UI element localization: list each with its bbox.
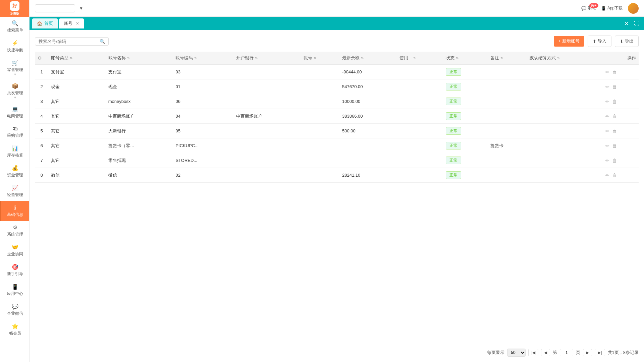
edit-icon[interactable]: ✏	[605, 143, 609, 148]
sidebar-item-label: 零售管理	[7, 67, 23, 73]
tab-accounts[interactable]: 账号 ✕	[59, 18, 84, 28]
tab-close-window-icon[interactable]: ✕	[622, 20, 631, 27]
page-next-button[interactable]: ▶	[583, 349, 592, 356]
add-account-button[interactable]: + 新增账号	[554, 36, 584, 47]
row-usage	[397, 94, 443, 109]
row-code: 01	[173, 79, 233, 94]
col-bank: 开户银行⇅	[233, 52, 301, 65]
search-icon[interactable]: 🔍	[100, 39, 105, 44]
sidebar-item-retail-mgmt[interactable]: 🛒 零售管理 ▼	[0, 56, 29, 79]
edit-icon[interactable]: ✏	[605, 99, 609, 104]
delete-icon[interactable]: 🗑	[612, 114, 617, 119]
topbar-right: 💬 消息 99+ 📱 App下载	[581, 3, 639, 14]
delete-icon[interactable]: 🗑	[612, 143, 617, 148]
row-num: 8	[35, 168, 48, 183]
delete-icon[interactable]: 🗑	[612, 99, 617, 104]
column-settings-icon[interactable]: ⚙	[38, 55, 42, 61]
page-input[interactable]	[560, 349, 573, 356]
delete-icon[interactable]: 🗑	[612, 173, 617, 178]
edit-icon[interactable]: ✏	[605, 114, 609, 119]
sidebar-item-vip-member[interactable]: ⭐ 畅会员	[0, 320, 29, 340]
sidebar-item-wholesale-mgmt[interactable]: 📦 批发管理 ▼	[0, 79, 29, 103]
row-action: ✏ 🗑	[603, 79, 639, 94]
sort-icon[interactable]: ⇅	[413, 56, 416, 60]
row-status: 正常	[443, 109, 487, 124]
sort-icon[interactable]: ⇅	[500, 56, 503, 60]
toolbar-buttons: + 新增账号 ⬆ 导入 ⬇ 导出	[554, 36, 639, 47]
table-row: 3 其它 moneybosx 06 10000.00 正常 ✏ 🗑	[35, 94, 639, 109]
search-input[interactable]	[39, 39, 98, 44]
export-button[interactable]: ⬇ 导出	[615, 36, 639, 47]
status-badge: 正常	[446, 142, 461, 149]
sidebar-item-ecommerce-mgmt[interactable]: 💻 电商管理	[0, 103, 29, 122]
user-avatar[interactable]	[628, 3, 639, 14]
edit-icon[interactable]: ✏	[605, 173, 609, 178]
sidebar-item-search-menu[interactable]: 🔍 搜索菜单	[0, 17, 29, 37]
sidebar-item-app-center[interactable]: 📱 应用中心	[0, 280, 29, 300]
message-button[interactable]: 💬 消息 99+	[581, 5, 596, 11]
page-first-button[interactable]: |◀	[528, 349, 538, 356]
sidebar-item-system-mgmt[interactable]: ⚙ 系统管理	[0, 221, 29, 241]
sidebar-item-new-guide[interactable]: 🎯 新手引导	[0, 260, 29, 280]
row-num: 2	[35, 79, 48, 94]
page-prev-button[interactable]: ◀	[541, 349, 550, 356]
row-action: ✏ 🗑	[603, 65, 639, 79]
sidebar-item-enterprise-agreement[interactable]: 🤝 企业协同	[0, 241, 29, 260]
row-account	[301, 153, 339, 168]
sort-icon[interactable]: ⇅	[557, 56, 560, 60]
tab-maximize-icon[interactable]: ⛶	[632, 20, 641, 27]
sidebar-item-purchase-mgmt[interactable]: 🛍 采购管理	[0, 122, 29, 142]
status-badge: 正常	[446, 83, 461, 90]
row-remark	[488, 153, 527, 168]
row-default-settle	[527, 138, 603, 153]
row-name: 支付宝	[106, 65, 173, 79]
edit-icon[interactable]: ✏	[605, 158, 609, 163]
app-logo-text: 乐惠版	[10, 11, 19, 16]
row-balance: 547670.00	[339, 79, 397, 94]
page-size-select[interactable]: 50 20 100	[507, 349, 526, 357]
row-name: 提货卡（零…	[106, 138, 173, 153]
import-button[interactable]: ⬆ 导入	[588, 36, 611, 47]
sort-icon[interactable]: ⇅	[127, 56, 130, 60]
sort-icon[interactable]: ⇅	[255, 56, 258, 60]
sidebar-item-label: 基础信息	[7, 212, 23, 218]
sort-icon[interactable]: ⇅	[194, 56, 197, 60]
pagination: 每页显示 50 20 100 |◀ ◀ 第 页 ▶ ▶| 共1页，8条记录	[35, 344, 639, 357]
delete-icon[interactable]: 🗑	[612, 128, 617, 134]
tab-close-icon[interactable]: ✕	[76, 21, 79, 26]
tab-home-label: 首页	[44, 20, 53, 26]
delete-icon[interactable]: 🗑	[612, 84, 617, 89]
sidebar-item-finance-mgmt[interactable]: 💰 资金管理	[0, 162, 29, 181]
row-status: 正常	[443, 168, 487, 183]
sidebar-item-quick-nav[interactable]: ⚡ 快捷导航	[0, 37, 29, 56]
delete-icon[interactable]: 🗑	[612, 158, 617, 163]
row-bank: 中百商场账户	[233, 109, 301, 124]
edit-icon[interactable]: ✏	[605, 69, 609, 75]
sidebar-item-business-mgmt[interactable]: 📈 经营管理	[0, 181, 29, 201]
app-download-button[interactable]: 📱 App下载	[601, 5, 623, 11]
row-status: 正常	[443, 94, 487, 109]
table-row: 7 其它 零售抵现 STORED... 正常 ✏ 🗑	[35, 153, 639, 168]
sidebar-item-enterprise-wechat[interactable]: 💬 企业微信	[0, 300, 29, 320]
content-toolbar: 🔍 + 新增账号 ⬆ 导入 ⬇ 导出	[35, 36, 639, 47]
page-last-button[interactable]: ▶|	[595, 349, 605, 356]
tab-accounts-label: 账号	[64, 20, 72, 26]
row-code: 02	[173, 168, 233, 183]
edit-icon[interactable]: ✏	[605, 84, 609, 89]
row-status: 正常	[443, 124, 487, 138]
sort-icon[interactable]: ⇅	[70, 56, 72, 60]
sidebar-item-basic-info[interactable]: ℹ 基础信息	[0, 201, 29, 221]
delete-icon[interactable]: 🗑	[612, 69, 617, 75]
tab-home[interactable]: 🏠 首页	[32, 18, 58, 28]
sort-icon[interactable]: ⇅	[361, 56, 364, 60]
topbar-dropdown[interactable]: ▼	[79, 6, 83, 11]
sort-icon[interactable]: ⇅	[456, 56, 459, 60]
page-goto-label: 页	[576, 350, 580, 356]
row-remark	[488, 124, 527, 138]
row-usage	[397, 109, 443, 124]
edit-icon[interactable]: ✏	[605, 128, 609, 134]
sidebar-item-inventory-calc[interactable]: 📊 库存核算	[0, 142, 29, 162]
sort-icon[interactable]: ⇅	[314, 56, 316, 60]
row-code: 05	[173, 124, 233, 138]
topbar-search-input[interactable]	[35, 4, 75, 12]
